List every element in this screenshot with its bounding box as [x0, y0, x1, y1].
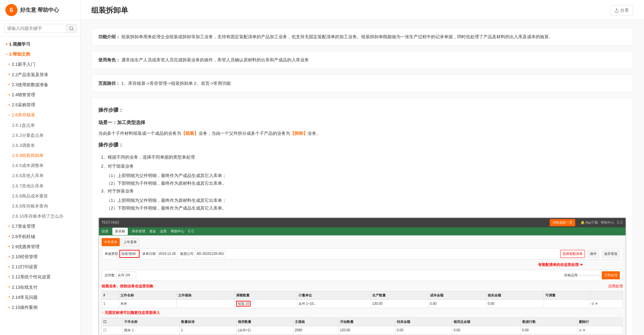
plus-icon: +: [8, 234, 10, 239]
search-button[interactable]: [66, 24, 77, 33]
mock-field-qty: 总件数 从件 2/4: [105, 272, 136, 279]
sidebar-item-2.12[interactable]: +2.12系统个性化设置: [0, 272, 80, 282]
step2: 2、对于组装业务: [98, 162, 626, 170]
sidebar-item-2.2[interactable]: +2.2产品安装及登录: [0, 70, 80, 80]
role-text: 通常由生产人员或库管人员完成拆装业务的操作，库管人员确认原材料的出库和产成品的入…: [121, 57, 309, 62]
nav-item-label: 2.12系统个性化设置: [12, 274, 51, 280]
sidebar-item-2.4[interactable]: +2.4销售管理: [0, 90, 80, 100]
sidebar-item-2.10[interactable]: +2.10经营管理: [0, 252, 80, 262]
mock-th-prod-qty: 生产数量: [371, 291, 428, 300]
main-content: 功能介绍： 组装拆卸单用来处理企业组装或拆卸等加工业务，支持有固定装配清单的产品…: [80, 20, 644, 335]
nav-item-label: 2.6.3调拨单: [12, 143, 35, 149]
sidebar-item-2.6.1[interactable]: 2.6.1盘点单: [0, 120, 80, 130]
nav-item-label: 2.8手机旺铺: [12, 234, 35, 240]
sidebar-item-2.6.2[interactable]: 2.6.2分量盘点单: [0, 130, 80, 141]
plus-icon: +: [8, 294, 10, 300]
role-block: 使用角色： 通常由生产人员或库管人员完成拆装业务的操作，库管人员确认原材料的出库…: [91, 51, 633, 69]
sidebar-item-2.6.7[interactable]: 2.6.7其他出库单: [0, 181, 80, 191]
sidebar-item-2[interactable]: −2.帮助文档: [0, 49, 80, 59]
nav-item-label: 2.2产品安装及登录: [12, 72, 48, 78]
mock-th-parent-spec: 父件规格: [177, 291, 234, 300]
step3: 3、对于拆装业务: [98, 187, 626, 195]
minus-icon: −: [8, 112, 10, 118]
nav-item-label: 2.6.6其他入库单: [12, 173, 44, 179]
share-icon: [614, 8, 619, 13]
mock-th-std-qty: 数量标准: [179, 318, 236, 326]
plus-icon: +: [8, 62, 10, 67]
sidebar: 6 好生意 帮助中心 +1.视频学习−2.帮助文档+2.1新手入门+2.2产品安…: [0, 0, 80, 335]
sidebar-item-2.11[interactable]: +2.11打印设置: [0, 262, 80, 272]
sidebar-item-2.13[interactable]: +2.13在线支付: [0, 282, 80, 292]
nav-item-label: 2.11打印设置: [12, 264, 38, 270]
role-label: 使用角色：: [98, 57, 120, 62]
step3-sub1: （1）上部明细为父件明细，最终作为原材料生成其它出库单；: [98, 197, 626, 204]
sidebar-item-2.6.5[interactable]: 2.6.5成本调整单: [0, 161, 80, 171]
sidebar-item-2.6.6[interactable]: 2.6.6其他入库单: [0, 171, 80, 181]
sidebar-item-2.6.4[interactable]: 2.6.4组装拆卸单: [0, 151, 80, 161]
search-icon: [69, 26, 74, 31]
nav-item-label: 2.13在线支付: [12, 284, 38, 290]
nav-item-label: 2.5采购管理: [12, 102, 35, 108]
minus-icon: −: [5, 52, 8, 57]
mock-btn-save: 立即处理: [602, 271, 620, 279]
mock-tab-last-year: 上年度单: [121, 238, 139, 246]
sidebar-item-1[interactable]: +1.视频学习: [0, 39, 80, 49]
mock-th-main-spec: 主规格: [293, 318, 338, 326]
mock-th-avail: 可调量: [544, 291, 590, 300]
sidebar-item-2.5[interactable]: +2.5采购管理: [0, 100, 80, 110]
svg-line-1: [72, 29, 73, 30]
mock-nav-ziyng: 自营: [102, 228, 108, 234]
mock-btn-cancel: 放弃更改: [602, 250, 620, 258]
nav-item-label: 2.14常见问题: [12, 294, 38, 300]
nav-item-label: 2.7资金管理: [12, 223, 35, 229]
table-row: 1 米米 组装 10 从件 1~10... 130.00 0.00 0.00: [102, 300, 623, 308]
mock-content-area: 本年度单 上年度单 单据类型 组装/拆卸 录单日期 2019-12-26: [99, 235, 626, 335]
plus-icon: +: [8, 224, 10, 229]
plus-icon: +: [8, 274, 10, 280]
sidebar-item-2.14[interactable]: +2.14常见问题: [0, 292, 80, 302]
plus-icon: +: [8, 305, 10, 311]
mock-input-price-use: [579, 275, 599, 276]
mock-nav: 自营 新采购 库存管理 资金 运营 帮助中心 C C: [99, 227, 626, 235]
mock-table-lower: ☐ 子件名称 数量标准 领用数量 主规格 开始数量 结束金额 领用总金额 数据行…: [102, 318, 623, 335]
plus-icon: +: [5, 42, 8, 47]
mock-nav-xincaigou: 新采购: [112, 228, 128, 235]
sidebar-item-2.6.9[interactable]: 2.6.9库存账本查询: [0, 201, 80, 211]
sidebar-item-2.1[interactable]: +2.1新手入门: [0, 59, 80, 69]
mock-input-number: AD-20191226-001: [195, 250, 226, 258]
mock-btn-select-bom: 选择装配清单: [560, 250, 585, 258]
plus-icon: +: [8, 254, 10, 260]
sidebar-item-2.8[interactable]: +2.8手机旺铺: [0, 232, 80, 242]
sidebar-item-2.7[interactable]: +2.7资金管理: [0, 221, 80, 231]
step2-sub2: （2）下部明细为子件明细，最终作为原材料生成其它出库单。: [98, 179, 626, 187]
plus-icon: +: [8, 72, 10, 77]
mock-th-ops: [590, 291, 623, 300]
sidebar-item-2.9[interactable]: +2.9优惠券管理: [0, 242, 80, 252]
sidebar-item-2.6[interactable]: −2.6库存核算: [0, 110, 80, 120]
share-button[interactable]: 分享: [610, 5, 633, 15]
main-area: 组装拆卸单 分享 功能介绍： 组装拆卸单用来处理企业组装或拆卸等加工业务，支持有…: [80, 0, 644, 335]
sidebar-item-2.15[interactable]: +2.15操作案例: [0, 302, 80, 313]
mock-toggle-area: 组装业务、拆卸业务在这里切换 启用处理: [102, 283, 623, 290]
nav-item-label: 2.15操作案例: [12, 304, 38, 311]
mock-topbar-id: TEST-H002: [102, 220, 119, 226]
nav-item-label: 2.10经营管理: [12, 254, 38, 260]
mock-th-cost: 成本金额: [428, 291, 486, 300]
sidebar-item-2.6.8[interactable]: 2.6.8商品成本重算: [0, 191, 80, 201]
nav-item-label: 2.6.1盘点单: [12, 122, 35, 128]
sidebar-item-2.6.3[interactable]: 2.6.3调拨单: [0, 141, 80, 151]
mock-th-qty-adj: 调整数量: [234, 291, 297, 300]
mock-form-tabs: 本年度单 上年度单: [102, 238, 623, 246]
plus-icon: +: [8, 284, 10, 290]
table-row: ☐ 期末 1 1 (从件+1) 2580 120.00 0.00 0.00 0.…: [102, 326, 623, 334]
mock-nav-zijin: 资金: [149, 228, 156, 234]
mock-th-del: 删除行: [578, 318, 623, 326]
share-label: 分享: [620, 7, 629, 13]
mock-th-parent-name: 父件名称: [119, 291, 177, 300]
nav-item-label: 2.1新手入门: [12, 61, 35, 67]
mock-nav-help: 帮助中心: [171, 228, 184, 234]
search-input[interactable]: [4, 24, 66, 33]
sidebar-item-2.6.10[interactable]: 2.6.10库存账本错了怎么办: [0, 211, 80, 221]
sidebar-item-2.3[interactable]: +2.3使用前数据准备: [0, 80, 80, 90]
mock-field-price-use: 价格品用: [564, 272, 599, 278]
